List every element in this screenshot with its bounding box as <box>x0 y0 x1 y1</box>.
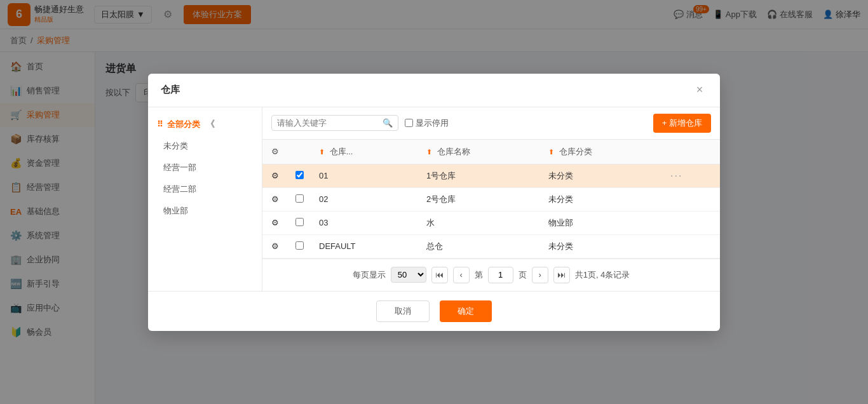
row-checkbox[interactable] <box>295 241 304 250</box>
row-name: 2号仓库 <box>419 187 541 211</box>
total-label: 共1页, 4条记录 <box>575 269 630 281</box>
modal-close-button[interactable]: × <box>692 83 707 98</box>
confirm-button[interactable]: 确定 <box>440 300 492 322</box>
sort-icon: ⬆ <box>319 148 325 156</box>
per-page-label: 每页显示 <box>353 269 386 281</box>
show-disabled-label: 显示停用 <box>405 118 449 129</box>
category-all[interactable]: ⠿ 全部分类 《 <box>148 114 262 135</box>
row-checkbox-cell[interactable] <box>288 164 311 187</box>
search-input[interactable] <box>277 118 380 128</box>
col-name-header: ⬆ 仓库名称 <box>419 140 541 165</box>
row-checkbox[interactable] <box>295 218 304 226</box>
row-actions <box>663 187 720 211</box>
modal-title: 仓库 <box>161 84 180 96</box>
row-code: DEFAULT <box>311 234 419 258</box>
col-check-header <box>288 140 311 165</box>
category-panel: ⠿ 全部分类 《 未分类 经营一部 经营二部 物业部 <box>148 107 262 291</box>
category-dept1[interactable]: 经营一部 <box>148 157 262 178</box>
last-page-button[interactable]: ⏭ <box>553 267 570 283</box>
data-table: ⚙ ⬆ 仓库... ⬆ 仓库名称 <box>262 140 720 259</box>
category-property[interactable]: 物业部 <box>148 200 262 222</box>
category-all-label: 全部分类 <box>167 119 200 130</box>
table-row[interactable]: ⚙ DEFAULT 总仓 未分类 <box>262 234 720 258</box>
collapse-icon[interactable]: 《 <box>204 119 217 130</box>
row-gear[interactable]: ⚙ <box>262 211 288 234</box>
row-code: 02 <box>311 187 419 211</box>
warehouse-table: ⚙ ⬆ 仓库... ⬆ 仓库名称 <box>262 140 720 259</box>
row-gear[interactable]: ⚙ <box>262 187 288 211</box>
table-row[interactable]: ⚙ 01 1号仓库 未分类 ··· <box>262 164 720 187</box>
page-label: 第 <box>475 269 483 281</box>
row-category: 未分类 <box>541 187 663 211</box>
row-gear[interactable]: ⚙ <box>262 164 288 187</box>
row-name: 总仓 <box>419 234 541 258</box>
row-checkbox[interactable] <box>295 194 304 203</box>
next-page-button[interactable]: › <box>532 267 548 283</box>
table-row[interactable]: ⚙ 03 水 物业部 <box>262 211 720 234</box>
category-unclassified[interactable]: 未分类 <box>148 135 262 157</box>
row-actions <box>663 211 720 234</box>
modal-backdrop: 仓库 × ⠿ 全部分类 《 未分类 经营一部 经营二部 物业部 <box>0 0 868 404</box>
modal-body: ⠿ 全部分类 《 未分类 经营一部 经营二部 物业部 🔍 <box>148 107 720 291</box>
page-end-label: 页 <box>519 269 527 281</box>
col-action-header <box>663 140 720 165</box>
category-dept2[interactable]: 经营二部 <box>148 178 262 200</box>
row-actions: ··· <box>663 164 720 187</box>
row-checkbox-cell[interactable] <box>288 211 311 234</box>
first-page-button[interactable]: ⏮ <box>431 267 448 283</box>
show-disabled-text: 显示停用 <box>416 118 449 129</box>
show-disabled-checkbox[interactable] <box>405 119 413 127</box>
new-warehouse-button[interactable]: + 新增仓库 <box>653 114 711 133</box>
table-row[interactable]: ⚙ 02 2号仓库 未分类 <box>262 187 720 211</box>
modal-footer: 取消 确定 <box>148 291 720 331</box>
per-page-select[interactable]: 50 10 20 100 <box>391 267 426 283</box>
row-name: 水 <box>419 211 541 234</box>
grid-icon: ⠿ <box>157 119 163 129</box>
row-checkbox-cell[interactable] <box>288 187 311 211</box>
row-actions <box>663 234 720 258</box>
row-checkbox-cell[interactable] <box>288 234 311 258</box>
sort-icon-cat: ⬆ <box>548 148 554 156</box>
row-category: 未分类 <box>541 234 663 258</box>
search-icon: 🔍 <box>383 118 393 128</box>
row-checkbox[interactable] <box>295 171 304 179</box>
row-code: 01 <box>311 164 419 187</box>
prev-page-button[interactable]: ‹ <box>453 267 470 283</box>
col-gear-header: ⚙ <box>262 140 288 165</box>
table-toolbar: 🔍 显示停用 + 新增仓库 <box>262 107 720 140</box>
row-dots[interactable]: ··· <box>670 170 682 181</box>
pagination: 每页显示 50 10 20 100 ⏮ ‹ 第 页 › ⏭ 共1页, 4条记录 <box>262 259 720 291</box>
row-category: 物业部 <box>541 211 663 234</box>
sort-icon-name: ⬆ <box>426 148 432 156</box>
row-category: 未分类 <box>541 164 663 187</box>
warehouse-modal: 仓库 × ⠿ 全部分类 《 未分类 经营一部 经营二部 物业部 <box>148 74 720 331</box>
row-name: 1号仓库 <box>419 164 541 187</box>
row-gear[interactable]: ⚙ <box>262 234 288 258</box>
row-code: 03 <box>311 211 419 234</box>
page-input[interactable] <box>488 267 513 283</box>
table-panel: 🔍 显示停用 + 新增仓库 ⚙ <box>262 107 720 291</box>
cancel-button[interactable]: 取消 <box>376 300 430 322</box>
col-category-header: ⬆ 仓库分类 <box>541 140 663 165</box>
search-box[interactable]: 🔍 <box>271 115 398 131</box>
col-code-header: ⬆ 仓库... <box>311 140 419 165</box>
modal-header: 仓库 × <box>148 74 720 107</box>
